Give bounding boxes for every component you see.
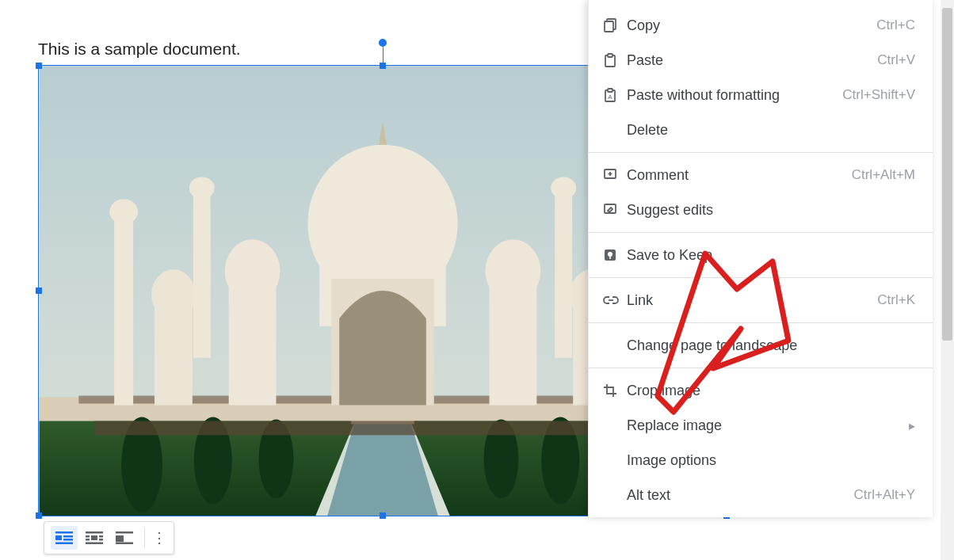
svg-rect-16	[193, 192, 211, 357]
menu-paste[interactable]: Paste Ctrl+V	[589, 43, 933, 78]
comment-icon	[603, 166, 627, 185]
svg-rect-36	[91, 535, 97, 540]
menu-label: Suggest edits	[627, 202, 915, 219]
image-layout-toolbar: ⋮	[44, 521, 174, 554]
blank-icon	[603, 120, 627, 139]
paste-plain-icon: A	[603, 86, 627, 105]
svg-rect-14	[114, 215, 133, 405]
svg-rect-48	[608, 54, 612, 57]
menu-save-keep[interactable]: Save to Keep	[589, 238, 933, 272]
blank-icon	[603, 486, 627, 505]
menu-label: Replace image	[627, 417, 909, 434]
paste-icon	[603, 51, 627, 70]
copy-icon	[603, 16, 627, 35]
resize-handle-tl[interactable]	[36, 63, 42, 69]
layout-break-button[interactable]	[111, 526, 138, 550]
menu-label: Image options	[627, 452, 915, 469]
svg-rect-40	[99, 539, 103, 541]
menu-delete[interactable]: Delete	[589, 112, 933, 147]
menu-label: Change page to landscape	[627, 337, 915, 354]
menu-separator	[589, 277, 933, 278]
svg-text:A: A	[608, 93, 612, 101]
svg-rect-37	[86, 535, 90, 538]
crop-icon	[603, 381, 627, 400]
svg-rect-7	[229, 271, 277, 405]
menu-link[interactable]: Link Ctrl+K	[589, 283, 933, 318]
layout-inline-button[interactable]	[51, 526, 78, 550]
svg-rect-38	[86, 539, 90, 541]
svg-rect-41	[86, 543, 103, 545]
svg-rect-50	[608, 89, 612, 92]
svg-point-19	[551, 177, 576, 200]
svg-rect-39	[99, 535, 103, 538]
menu-shortcut: Ctrl+Shift+V	[842, 87, 915, 103]
context-menu: Copy Ctrl+C Paste Ctrl+V A Paste without…	[588, 0, 933, 517]
menu-label: Paste without formatting	[627, 87, 842, 104]
submenu-arrow-icon: ▸	[909, 418, 915, 433]
svg-rect-34	[55, 543, 73, 545]
svg-rect-44	[116, 543, 133, 545]
rotation-handle[interactable]	[379, 39, 387, 47]
toolbar-more-button[interactable]: ⋮	[150, 529, 169, 547]
menu-label: Alt text	[627, 487, 854, 504]
menu-suggest-edits[interactable]: Suggest edits	[589, 192, 933, 227]
toolbar-separator	[144, 528, 145, 548]
menu-label: Save to Keep	[627, 247, 915, 264]
menu-separator	[589, 322, 933, 323]
svg-rect-43	[116, 535, 124, 542]
svg-rect-18	[555, 192, 572, 357]
menu-shortcut: Ctrl+C	[876, 17, 915, 33]
menu-replace-image[interactable]: Replace image ▸	[589, 408, 933, 443]
svg-rect-9	[490, 271, 537, 405]
svg-rect-32	[63, 535, 73, 538]
scrollbar-thumb[interactable]	[942, 8, 952, 341]
resize-handle-bl[interactable]	[36, 512, 42, 519]
menu-label: Link	[627, 292, 877, 309]
menu-comment[interactable]: Comment Ctrl+Alt+M	[589, 158, 933, 192]
svg-rect-11	[155, 295, 193, 406]
svg-rect-46	[605, 21, 613, 32]
menu-change-landscape[interactable]: Change page to landscape	[589, 328, 933, 363]
svg-rect-33	[63, 539, 73, 541]
link-icon	[603, 291, 627, 310]
menu-alt-text[interactable]: Alt text Ctrl+Alt+Y	[589, 478, 933, 512]
menu-image-options[interactable]: Image options	[589, 443, 933, 478]
menu-label: Crop image	[627, 383, 915, 399]
svg-point-17	[189, 177, 215, 200]
menu-separator	[589, 232, 933, 233]
resize-handle-bc[interactable]	[380, 512, 386, 519]
blank-icon	[603, 336, 627, 355]
resize-handle-ml[interactable]	[36, 288, 42, 294]
svg-rect-58	[609, 256, 611, 259]
svg-rect-35	[86, 531, 103, 534]
menu-shortcut: Ctrl+V	[877, 52, 915, 68]
suggest-icon	[603, 200, 627, 219]
menu-copy[interactable]: Copy Ctrl+C	[589, 8, 933, 43]
menu-label: Delete	[627, 122, 915, 139]
svg-rect-42	[116, 531, 133, 534]
svg-point-15	[109, 199, 138, 224]
svg-rect-31	[55, 535, 62, 540]
blank-icon	[603, 416, 627, 435]
keep-icon	[603, 246, 627, 265]
menu-shortcut: Ctrl+Alt+Y	[854, 487, 915, 503]
menu-shortcut: Ctrl+K	[877, 292, 915, 308]
menu-crop-image[interactable]: Crop image	[589, 373, 933, 408]
menu-separator	[589, 368, 933, 368]
menu-separator	[589, 152, 933, 153]
scrollbar-track[interactable]	[941, 0, 954, 560]
menu-paste-plain[interactable]: A Paste without formatting Ctrl+Shift+V	[589, 78, 933, 112]
layout-wrap-button[interactable]	[81, 526, 108, 550]
menu-label: Comment	[627, 167, 852, 184]
menu-label: Copy	[627, 17, 876, 34]
svg-rect-30	[55, 531, 73, 534]
menu-shortcut: Ctrl+Alt+M	[852, 167, 915, 183]
blank-icon	[603, 451, 627, 470]
resize-handle-tc[interactable]	[380, 63, 386, 69]
menu-label: Paste	[627, 52, 877, 69]
